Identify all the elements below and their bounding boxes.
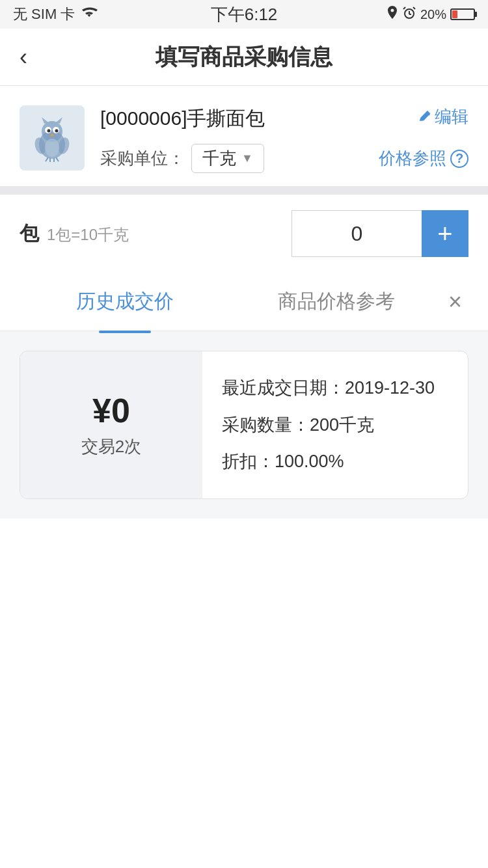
discount-label: 折扣： [222, 452, 275, 471]
svg-line-15 [46, 157, 48, 161]
recent-date-value: 2019-12-30 [345, 378, 435, 398]
location-icon [386, 6, 398, 23]
price-ref-label: 价格参照 [379, 147, 446, 170]
quantity-input[interactable] [291, 210, 422, 257]
product-name: [0000006]手撕面包 [100, 105, 265, 132]
quantity-label-group: 包 1包=10千克 [20, 221, 129, 247]
tab-product-price-reference[interactable]: 商品价格参考 [230, 270, 441, 333]
price-number: 0 [111, 392, 130, 429]
history-price-left: ¥0 交易2次 [20, 351, 202, 498]
svg-line-17 [56, 157, 59, 161]
back-button[interactable]: ‹ [20, 46, 27, 69]
status-bar: 无 SIM 卡 下午6:12 20% [0, 0, 488, 29]
product-unit-row: 采购单位： 千克 ▼ 价格参照 ? [100, 144, 468, 173]
quantity-plus-button[interactable]: + [422, 210, 468, 257]
purchase-quantity: 采购数量：200千克 [222, 412, 448, 439]
unit-label: 采购单位： [100, 147, 185, 170]
quantity-input-group: + [291, 210, 468, 257]
unit-value: 千克 [202, 147, 236, 170]
history-content: ¥0 交易2次 最近成交日期：2019-12-30 采购数量：200千克 折扣：… [0, 331, 488, 519]
quantity-row: 包 1包=10千克 + [0, 195, 488, 273]
section-divider [0, 187, 488, 195]
tabs-header: 历史成交价 商品价格参考 × [0, 273, 488, 331]
battery-percent: 20% [420, 7, 446, 22]
quantity-unit-label: 包 [20, 221, 39, 247]
currency-symbol: ¥ [92, 392, 111, 429]
help-icon: ? [450, 150, 468, 168]
svg-marker-11 [56, 117, 62, 124]
quantity-conversion-hint: 1包=10千克 [47, 224, 129, 245]
purchase-qty-label: 采购数量： [222, 415, 310, 435]
product-logo-svg [26, 112, 78, 164]
wifi-icon [80, 5, 98, 23]
svg-point-8 [55, 129, 59, 133]
edit-label: 编辑 [435, 105, 468, 128]
svg-point-7 [47, 129, 51, 133]
svg-marker-10 [42, 117, 48, 124]
edit-button[interactable]: 编辑 [418, 105, 468, 128]
unit-selector[interactable]: 千克 ▼ [191, 144, 264, 173]
alarm-icon [402, 6, 416, 23]
signal-icon: 无 SIM 卡 [13, 5, 75, 24]
recent-transaction-date: 最近成交日期：2019-12-30 [222, 375, 448, 401]
product-header: [0000006]手撕面包 编辑 [100, 105, 468, 132]
purchase-qty-value: 200千克 [310, 415, 374, 435]
status-time: 下午6:12 [211, 3, 278, 26]
tabs-section: 历史成交价 商品价格参考 × ¥0 交易2次 最近成交日期：2019-12-30… [0, 273, 488, 519]
history-price-right: 最近成交日期：2019-12-30 采购数量：200千克 折扣：100.00% [202, 351, 468, 498]
svg-point-14 [45, 139, 59, 157]
discount-value: 100.00% [275, 452, 344, 471]
page-title: 填写商品采购信息 [156, 42, 332, 72]
transaction-count: 交易2次 [81, 435, 141, 458]
recent-date-label: 最近成交日期： [222, 378, 345, 398]
status-right: 20% [386, 6, 475, 23]
edit-icon [418, 110, 432, 124]
bottom-area [0, 519, 488, 869]
discount-rate: 折扣：100.00% [222, 448, 448, 475]
product-thumbnail [20, 105, 85, 170]
price-reference-button[interactable]: 价格参照 ? [379, 147, 468, 170]
status-left: 无 SIM 卡 [13, 5, 98, 24]
nav-bar: ‹ 填写商品采购信息 [0, 29, 488, 86]
tab-close-button[interactable]: × [442, 282, 468, 322]
battery-icon [450, 8, 475, 20]
tab-history-price[interactable]: 历史成交价 [20, 270, 230, 333]
product-card: [0000006]手撕面包 编辑 采购单位： 千克 ▼ 价格参照 ? [0, 86, 488, 187]
dropdown-arrow-icon: ▼ [241, 152, 253, 165]
product-info: [0000006]手撕面包 编辑 采购单位： 千克 ▼ 价格参照 ? [100, 105, 468, 173]
history-price-value: ¥0 [92, 391, 130, 430]
history-price-card: ¥0 交易2次 最近成交日期：2019-12-30 采购数量：200千克 折扣：… [20, 351, 468, 499]
